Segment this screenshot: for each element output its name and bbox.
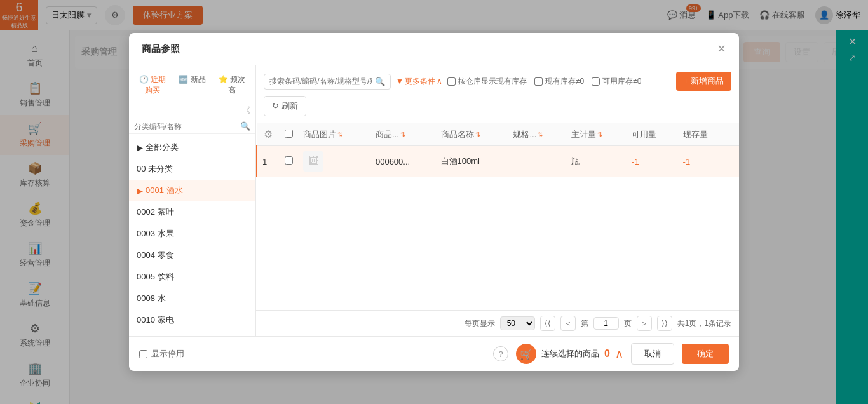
category-list: ▶ 全部分类 00 未分类 ▶ 0001 酒水 0002 茶 [129,137,255,331]
more-filter-button[interactable]: ▼ 更多条件 ∧ [396,76,442,87]
checkbox-usable-label: 可用库存≠0 [602,76,641,87]
recent-icon: 🕐 [139,75,149,84]
category-0008[interactable]: 0008 水 [129,288,255,309]
checkbox-usable[interactable]: 可用库存≠0 [592,76,641,87]
filter-icon: ▼ [396,77,403,86]
cat-label-0008: 0008 水 [137,293,166,304]
per-page-label: 每页显示 [465,318,495,329]
product-search-box: 🔍 [264,74,391,90]
category-0001[interactable]: ▶ 0001 酒水 [129,180,255,201]
cancel-button[interactable]: 取消 [631,343,674,365]
cart-count: 0 [604,348,610,360]
sort-name-icon: ⇅ [475,131,480,138]
help-icon[interactable]: ? [493,346,508,361]
category-search-icon[interactable]: 🔍 [240,121,250,131]
modal-right-panel: 🔍 ▼ 更多条件 ∧ 按仓库显示现有库存 [256,65,739,336]
checkbox-usable-input[interactable] [592,77,600,86]
th-unit: 主计量 ⇅ [566,123,627,146]
refresh-button[interactable]: ↻ 刷新 [264,96,306,116]
th-scrollbar [729,123,739,146]
page-suffix: 页 [624,318,632,329]
row-checkbox[interactable] [285,156,293,165]
td-scrollbar-filler [729,146,739,177]
main-layout: ⌂ 首页 📋 销售管理 🛒 采购管理 📦 库存核算 💰 资金管理 📊 经营管理 … [0,30,868,404]
product-search-icon[interactable]: 🔍 [375,77,385,86]
th-name-label: 商品名称 [441,129,474,140]
td-code: 000600... [370,146,436,177]
modal-body: 🕐 近期购买 🆕 新品 ⭐ 频次高 [129,65,739,336]
product-search-input[interactable] [269,77,372,86]
checkbox-warehouse-input[interactable] [447,77,456,86]
tab-recent[interactable]: 🕐 近期购买 [134,71,171,100]
th-image-label: 商品图片 [303,129,336,140]
confirm-button[interactable]: 确定 [682,344,729,364]
category-0004[interactable]: 0004 零食 [129,245,255,266]
modal-footer: 显示停用 ? 🛒 连续选择的商品 0 ∧ 取消 确定 [129,336,739,371]
stock-value: -1 [683,157,691,166]
show-disabled-checkbox[interactable]: 显示停用 [139,348,184,360]
table-row[interactable]: 1 🖼 000600... 白酒100ml [257,146,739,177]
filter-label: 更多条件 [405,76,435,87]
select-all-checkbox[interactable] [285,130,293,138]
table-header-row: ⚙ 商品图片 ⇅ [257,123,739,146]
cat-label-0002: 0002 茶叶 [137,206,174,218]
sort-unit-icon: ⇅ [597,131,602,138]
tab-recent-label: 近期购买 [145,75,166,95]
th-stock: 现存量 [678,123,729,146]
per-page-select[interactable]: 50 100 200 [500,316,535,330]
add-product-button[interactable]: + 新增商品 [676,72,731,91]
td-image: 🖼 [298,146,370,177]
th-code: 商品... ⇅ [370,123,436,146]
show-disabled-input[interactable] [139,350,147,358]
column-settings-icon[interactable]: ⚙ [264,128,273,140]
star-icon: ⭐ [219,75,228,84]
cart-area: 🛒 连续选择的商品 0 ∧ [516,344,623,364]
total-info: 共1页，1条记录 [677,318,731,329]
first-page-button[interactable]: ⟨⟨ [540,316,555,331]
left-quick-tabs: 🕐 近期购买 🆕 新品 ⭐ 频次高 [129,71,255,100]
filter-checkboxes: 按仓库显示现有库存 现有库存≠0 可用库存≠0 [447,76,642,87]
td-name: 白酒100ml [436,146,508,177]
filter-arrow-icon: ∧ [437,77,442,86]
cat-label-0003: 0003 水果 [137,228,174,239]
cat-label-00: 00 未分类 [137,163,173,175]
main-content: 采购管理 查询 设置 刷新 ✕ ⤢ 商品参照 ✕ [70,30,868,404]
category-0003[interactable]: 0003 水果 [129,223,255,245]
td-available: -1 [627,146,677,177]
th-name: 商品名称 ⇅ [436,123,508,146]
category-all[interactable]: ▶ 全部分类 [129,137,255,158]
cat-label-0001: 0001 酒水 [146,185,183,196]
tab-frequent[interactable]: ⭐ 频次高 [214,71,250,100]
modal-overlay: 商品参照 ✕ 🕐 近期购买 🆕 [70,30,868,404]
checkbox-available[interactable]: 现有库存≠0 [534,76,584,87]
category-search-input[interactable] [134,122,238,131]
page-number-input[interactable] [593,317,619,330]
tab-new[interactable]: 🆕 新品 [173,71,210,100]
last-page-button[interactable]: ⟩⟩ [657,316,672,331]
product-table-wrapper: ⚙ 商品图片 ⇅ [256,123,739,310]
th-available: 可用量 [627,123,677,146]
product-thumbnail: 🖼 [303,151,323,172]
checkbox-warehouse[interactable]: 按仓库显示现有库存 [447,76,527,87]
next-page-button[interactable]: ＞ [637,316,652,331]
category-0005[interactable]: 0005 饮料 [129,266,255,288]
category-0010[interactable]: 0010 家电 [129,309,255,331]
prev-page-button[interactable]: ＜ [560,316,576,331]
th-unit-label: 主计量 [571,129,596,140]
cart-collapse-icon[interactable]: ∧ [615,347,623,361]
cat-label-all: 全部分类 [146,142,179,153]
checkbox-warehouse-label: 按仓库显示现有库存 [458,76,527,87]
cart-icon: 🛒 [516,344,536,364]
collapse-panel-button[interactable]: 《 [129,105,255,119]
page-word: 第 [581,318,588,329]
category-00[interactable]: 00 未分类 [129,158,255,180]
sort-code-icon: ⇅ [400,131,405,138]
category-0002[interactable]: 0002 茶叶 [129,201,255,223]
td-unit: 瓶 [566,146,627,177]
td-checkbox [280,146,298,177]
modal-close-button[interactable]: ✕ [717,42,726,56]
td-spec [508,146,566,177]
checkbox-available-input[interactable] [534,77,543,86]
cat-arrow-0001: ▶ [137,186,143,196]
modal-toolbar: 🔍 ▼ 更多条件 ∧ 按仓库显示现有库存 [256,65,739,123]
